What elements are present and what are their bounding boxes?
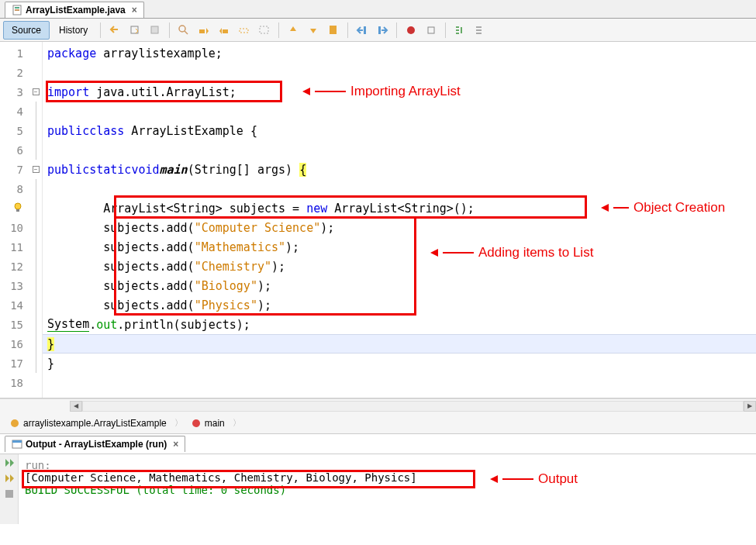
code-line[interactable] [43, 373, 756, 392]
shift-left-icon[interactable] [353, 21, 371, 40]
line-number: 1 [0, 47, 29, 60]
history-view-button[interactable]: History [51, 21, 95, 40]
svg-point-17 [11, 419, 19, 427]
line-number: 15 [0, 319, 29, 331]
nav-forward-icon[interactable] [126, 21, 144, 40]
svg-rect-8 [240, 29, 248, 33]
svg-rect-11 [364, 26, 366, 34]
fold-column [29, 198, 42, 218]
fold-column [29, 179, 42, 198]
lightbulb-icon [0, 202, 29, 215]
code-line[interactable] [43, 140, 756, 160]
code-area[interactable]: Importing ArrayList Object Creation Addi… [43, 42, 756, 398]
find-next-icon[interactable] [215, 21, 233, 40]
code-line[interactable]: subjects.add("Biology"); [43, 276, 756, 295]
fold-toggle-icon[interactable]: − [33, 166, 40, 173]
code-line[interactable] [43, 179, 756, 198]
nav-back-icon[interactable] [105, 21, 124, 40]
fold-column [29, 334, 42, 354]
output-text[interactable]: run: [Computer Science, Mathematics, Che… [19, 454, 756, 524]
output-result-line: [Computer Science, Mathematics, Chemistr… [25, 471, 750, 484]
line-gutter: 123−4567−8101112131415161718 [0, 42, 43, 398]
separator [445, 22, 446, 38]
output-tab[interactable]: Output - ArrayListExample (run) × [5, 436, 185, 452]
code-line[interactable] [43, 102, 756, 121]
editor-toolbar: Source History [0, 19, 756, 42]
rerun-icon[interactable] [4, 457, 15, 468]
rerun-debug-icon[interactable] [4, 473, 15, 484]
scroll-left-button[interactable]: ◀ [70, 401, 82, 412]
code-line[interactable]: subjects.add("Physics"); [43, 295, 756, 315]
source-view-button[interactable]: Source [3, 21, 50, 40]
code-line[interactable]: } [43, 334, 756, 354]
line-number: 18 [0, 377, 29, 389]
uncomment-icon[interactable] [471, 21, 489, 40]
fold-column [29, 121, 42, 140]
horizontal-scrollbar[interactable]: ◀ ▶ [0, 398, 756, 412]
gutter-row: 10 [0, 218, 42, 237]
toolbar-icon-3[interactable] [146, 21, 164, 40]
svg-rect-7 [223, 29, 228, 33]
gutter-row [0, 198, 42, 218]
code-line[interactable]: } [43, 354, 756, 373]
separator [396, 22, 397, 38]
fold-column [29, 315, 42, 334]
close-icon[interactable]: × [173, 439, 178, 450]
svg-rect-16 [16, 209, 19, 212]
gutter-row: 4 [0, 102, 42, 121]
line-number: 12 [0, 260, 29, 273]
gutter-row: 2 [0, 63, 42, 82]
prev-bookmark-icon[interactable] [284, 21, 302, 40]
stop-icon[interactable] [4, 488, 15, 499]
gutter-row: 3− [0, 82, 42, 102]
code-line[interactable]: public static void main(String[] args) { [43, 160, 756, 179]
find-prev-icon[interactable] [195, 21, 213, 40]
annotation-object: Object Creation [601, 200, 725, 216]
comment-icon[interactable] [450, 21, 469, 40]
svg-rect-14 [428, 27, 434, 33]
code-line[interactable]: package arraylistexample; [43, 43, 756, 63]
svg-rect-10 [330, 26, 337, 34]
breadcrumb-method[interactable]: main [186, 416, 230, 430]
selection-icon[interactable] [255, 21, 274, 40]
chevron-right-icon: 〉 [174, 417, 183, 429]
code-line[interactable]: subjects.add("Mathematics"); [43, 237, 756, 257]
fold-column [29, 237, 42, 257]
macro-record-icon[interactable] [402, 21, 420, 40]
fold-column [29, 354, 42, 373]
svg-rect-12 [378, 26, 381, 34]
next-bookmark-icon[interactable] [304, 21, 323, 40]
scroll-track[interactable] [82, 401, 744, 412]
breadcrumb-class[interactable]: arraylistexample.ArrayListExample [5, 416, 171, 430]
line-number: 5 [0, 125, 29, 137]
editor-area: 123−4567−8101112131415161718 Importing A… [0, 42, 756, 398]
macro-stop-icon[interactable] [422, 21, 440, 40]
chevron-right-icon: 〉 [233, 417, 241, 429]
class-icon [9, 418, 20, 429]
file-tab[interactable]: ArrayListExample.java × [5, 2, 144, 18]
highlight-icon[interactable] [235, 21, 254, 40]
find-icon[interactable] [174, 21, 193, 40]
separator [278, 22, 279, 38]
toggle-bookmark-icon[interactable] [324, 21, 343, 40]
svg-rect-20 [12, 440, 22, 443]
scroll-right-button[interactable]: ▶ [744, 401, 756, 412]
code-line[interactable]: System.out.println(subjects); [43, 315, 756, 334]
gutter-row: 16 [0, 334, 42, 354]
code-line[interactable]: subjects.add("Computer Science"); [43, 218, 756, 237]
svg-point-15 [15, 203, 21, 209]
gutter-row: 15 [0, 315, 42, 334]
line-number: 13 [0, 280, 29, 292]
fold-toggle-icon[interactable]: − [33, 88, 40, 95]
fold-column [29, 140, 42, 160]
shift-right-icon[interactable] [373, 21, 392, 40]
gutter-row: 5 [0, 121, 42, 140]
close-icon[interactable]: × [132, 5, 137, 16]
gutter-row: 18 [0, 373, 42, 392]
svg-point-5 [179, 26, 185, 32]
java-file-icon [12, 5, 22, 16]
code-line[interactable]: subjects.add("Chemistry"); [43, 257, 756, 276]
code-line[interactable]: public class ArrayListExample { [43, 121, 756, 140]
code-line[interactable] [43, 63, 756, 82]
svg-rect-21 [5, 490, 13, 498]
